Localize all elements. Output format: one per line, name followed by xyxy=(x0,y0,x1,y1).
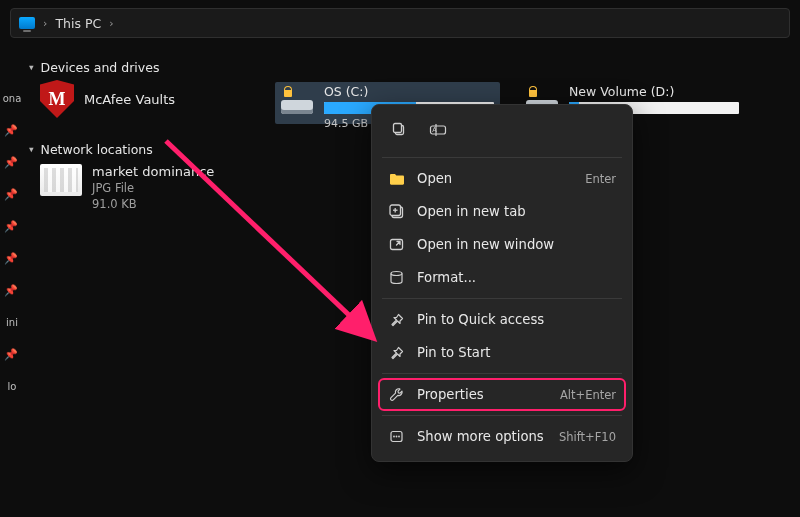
menu-properties-shortcut: Alt+Enter xyxy=(560,388,616,402)
menu-format-label: Format... xyxy=(417,270,476,285)
pin-icon: ini xyxy=(0,306,22,338)
pin-icon: 📌 xyxy=(0,242,22,274)
separator xyxy=(382,157,622,158)
svg-point-10 xyxy=(391,272,402,276)
menu-properties[interactable]: Properties Alt+Enter xyxy=(378,378,626,411)
pin-icon: 📌 xyxy=(0,146,22,178)
pin-icon: 📌 xyxy=(0,274,22,306)
svg-text:A: A xyxy=(432,126,437,134)
drive-name: OS (C:) xyxy=(324,84,494,99)
menu-open[interactable]: Open Enter xyxy=(378,162,626,195)
svg-point-13 xyxy=(396,436,398,438)
menu-open-new-tab-label: Open in new tab xyxy=(417,204,526,219)
menu-pin-start-label: Pin to Start xyxy=(417,345,491,360)
lock-open-icon xyxy=(528,86,537,97)
svg-point-14 xyxy=(398,436,400,438)
file-size: 91.0 KB xyxy=(92,197,214,211)
new-tab-icon xyxy=(388,203,405,220)
image-thumbnail-icon xyxy=(40,164,82,196)
chevron-down-icon: ▸ xyxy=(27,65,37,70)
separator xyxy=(382,298,622,299)
section-devices-label: Devices and drives xyxy=(41,60,160,75)
section-network-header[interactable]: ▸ Network locations xyxy=(30,142,153,157)
chevron-right-icon: › xyxy=(43,17,47,30)
item-mcafee-vaults[interactable]: McAfee Vaults xyxy=(40,80,175,118)
pin-icon xyxy=(388,311,405,328)
copy-icon xyxy=(392,122,408,138)
menu-pin-quick-access[interactable]: Pin to Quick access xyxy=(378,303,626,336)
section-network-label: Network locations xyxy=(41,142,153,157)
menu-open-shortcut: Enter xyxy=(585,172,616,186)
breadcrumb-root[interactable]: This PC xyxy=(55,16,101,31)
section-devices-header[interactable]: ▸ Devices and drives xyxy=(30,60,159,75)
chevron-right-icon: › xyxy=(109,17,113,30)
drive-icon xyxy=(281,86,314,114)
file-type: JPG File xyxy=(92,181,214,195)
menu-open-new-window-label: Open in new window xyxy=(417,237,554,252)
drive-name: New Volume (D:) xyxy=(569,84,739,99)
wrench-icon xyxy=(388,386,405,403)
separator xyxy=(382,415,622,416)
menu-properties-label: Properties xyxy=(417,387,484,402)
chevron-down-icon: ▸ xyxy=(27,147,37,152)
menu-open-new-window[interactable]: Open in new window xyxy=(378,228,626,261)
menu-show-more[interactable]: Show more options Shift+F10 xyxy=(378,420,626,453)
svg-rect-1 xyxy=(394,124,402,133)
this-pc-icon xyxy=(19,17,35,29)
folder-icon xyxy=(388,170,405,187)
pin-icon: lo xyxy=(0,370,22,402)
mcafee-shield-icon xyxy=(40,80,74,118)
menu-pin-qa-label: Pin to Quick access xyxy=(417,312,544,327)
mcafee-label: McAfee Vaults xyxy=(84,92,175,107)
item-market-dominance[interactable]: market dominance JPG File 91.0 KB xyxy=(40,164,214,211)
rename-button[interactable]: A xyxy=(422,115,454,145)
copy-button[interactable] xyxy=(384,115,416,145)
menu-format[interactable]: Format... xyxy=(378,261,626,294)
more-options-icon xyxy=(388,428,405,445)
format-icon xyxy=(388,269,405,286)
new-window-icon xyxy=(388,236,405,253)
rename-icon: A xyxy=(429,122,447,138)
menu-pin-start[interactable]: Pin to Start xyxy=(378,336,626,369)
file-name: market dominance xyxy=(92,164,214,179)
lock-open-icon xyxy=(283,86,292,97)
context-menu: A Open Enter Open in new tab Open in new… xyxy=(371,104,633,462)
menu-show-more-shortcut: Shift+F10 xyxy=(559,430,616,444)
menu-open-new-tab[interactable]: Open in new tab xyxy=(378,195,626,228)
pin-icon: ona xyxy=(0,82,22,114)
menu-open-label: Open xyxy=(417,171,452,186)
menu-show-more-label: Show more options xyxy=(417,429,544,444)
svg-point-12 xyxy=(393,436,395,438)
nav-pin-strip: ona 📌 📌 📌 📌 📌 📌 ini 📌 lo xyxy=(0,42,22,517)
separator xyxy=(382,373,622,374)
address-bar[interactable]: › This PC › xyxy=(10,8,790,38)
pin-icon xyxy=(388,344,405,361)
pin-icon: 📌 xyxy=(0,338,22,370)
pin-icon: 📌 xyxy=(0,114,22,146)
pin-icon: 📌 xyxy=(0,210,22,242)
pin-icon: 📌 xyxy=(0,178,22,210)
